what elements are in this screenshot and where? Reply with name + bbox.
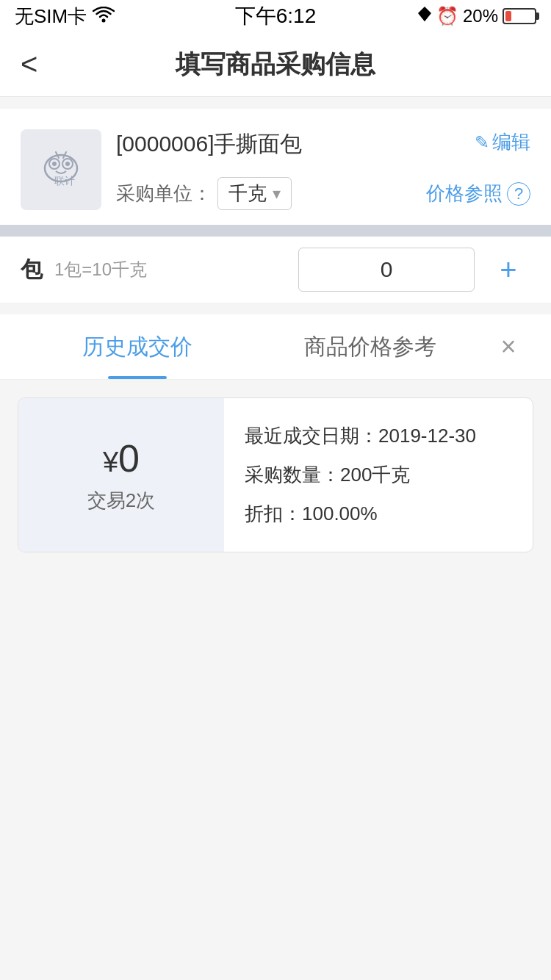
status-left: 无SIM卡 xyxy=(15,4,115,29)
quantity-input[interactable]: 0 xyxy=(298,248,475,292)
tab-active-indicator xyxy=(108,376,167,379)
help-icon: ? xyxy=(507,182,530,206)
product-logo-icon: 联计 xyxy=(35,146,87,194)
currency-symbol: ¥ xyxy=(103,447,118,478)
product-name: [0000006]手撕面包 xyxy=(116,129,302,159)
price-card: ¥0 交易2次 最近成交日期：2019-12-30 采购数量：200千克 折扣：… xyxy=(18,397,533,552)
quantity-value: 0 xyxy=(381,257,393,282)
carrier-text: 无SIM卡 xyxy=(15,4,87,29)
alarm-icon: ⏰ xyxy=(436,6,458,26)
quantity-plus-button[interactable]: + xyxy=(486,248,530,292)
tab-close-button[interactable]: × xyxy=(486,325,530,369)
svg-point-4 xyxy=(52,162,57,166)
tab-history-price[interactable]: 历史成交价 xyxy=(21,314,253,379)
purchase-qty-row: 采购数量：200千克 xyxy=(245,461,512,489)
section-divider xyxy=(0,225,551,237)
tabs-header: 历史成交价 商品价格参考 × xyxy=(0,314,551,379)
status-right: ⏰ 20% xyxy=(417,6,536,26)
tabs-container: 历史成交价 商品价格参考 × xyxy=(0,314,551,380)
quantity-unit-note: 1包=10千克 xyxy=(54,258,287,281)
product-info: [0000006]手撕面包 ✎ 编辑 采购单位： 千克 ▾ 价格参照 ? xyxy=(116,129,530,210)
svg-point-5 xyxy=(65,162,70,166)
discount-row: 折扣：100.00% xyxy=(245,500,512,528)
tab-history-label: 历史成交价 xyxy=(82,332,192,362)
page-title: 填写商品采购信息 xyxy=(176,48,375,82)
trade-count: 交易2次 xyxy=(87,488,155,514)
nav-bar: < 填写商品采购信息 xyxy=(0,32,551,97)
recent-date-row: 最近成交日期：2019-12-30 xyxy=(245,422,512,450)
chevron-down-icon: ▾ xyxy=(273,184,281,203)
price-card-right: 最近成交日期：2019-12-30 采购数量：200千克 折扣：100.00% xyxy=(224,398,533,552)
edit-icon: ✎ xyxy=(475,132,489,153)
price-ref-button[interactable]: 价格参照 ? xyxy=(426,181,530,206)
tab-price-ref-label: 商品价格参考 xyxy=(304,332,436,362)
battery-icon xyxy=(503,8,536,24)
quantity-unit-badge: 包 xyxy=(21,255,43,285)
product-card: 联计 [0000006]手撕面包 ✎ 编辑 采购单位： 千克 ▾ 价格参照 xyxy=(0,109,551,225)
page-background xyxy=(0,552,551,980)
price-card-left: ¥0 交易2次 xyxy=(18,398,224,552)
svg-point-0 xyxy=(102,18,106,22)
tab-price-reference[interactable]: 商品价格参考 xyxy=(253,314,486,379)
svg-text:联计: 联计 xyxy=(54,175,75,187)
unit-value: 千克 xyxy=(228,181,267,206)
price-value: 0 xyxy=(118,437,140,480)
status-bar: 无SIM卡 下午6:12 ⏰ 20% xyxy=(0,0,551,32)
back-button[interactable]: < xyxy=(21,48,37,81)
location-icon xyxy=(417,6,432,26)
product-image: 联计 xyxy=(21,129,101,210)
edit-button[interactable]: ✎ 编辑 xyxy=(475,129,530,155)
status-time: 下午6:12 xyxy=(235,2,317,30)
quantity-row: 包 1包=10千克 0 + xyxy=(0,237,551,303)
price-amount: ¥0 xyxy=(103,436,140,480)
wifi-icon xyxy=(93,5,115,28)
battery-percent: 20% xyxy=(463,6,498,26)
price-ref-label: 价格参照 xyxy=(426,181,503,206)
unit-select[interactable]: 千克 ▾ xyxy=(217,177,292,210)
unit-label: 采购单位： xyxy=(116,181,212,206)
